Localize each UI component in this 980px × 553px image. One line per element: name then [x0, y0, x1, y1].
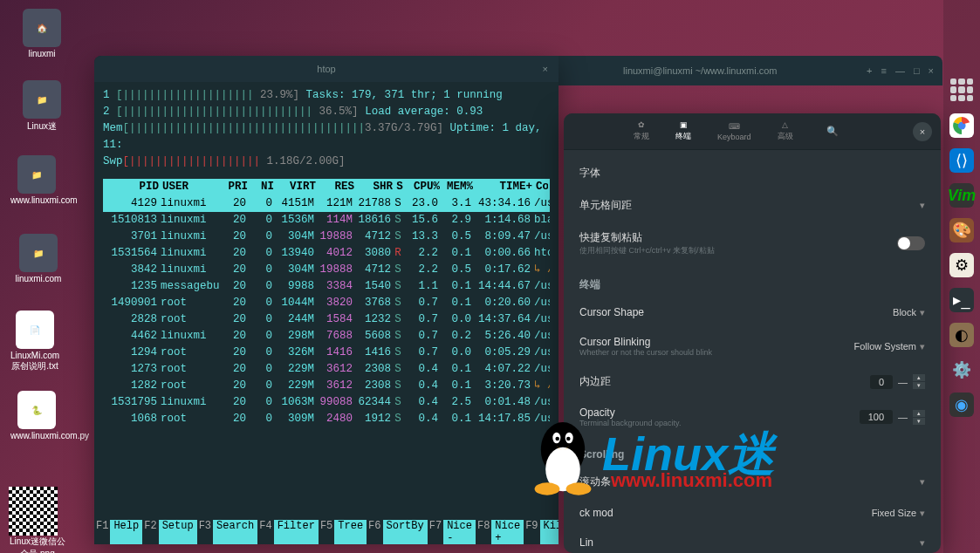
window-title: htop: [317, 64, 335, 74]
fn-help[interactable]: Help: [110, 520, 142, 544]
terminal-icon[interactable]: ▸_: [949, 288, 974, 312]
chrome-icon[interactable]: [949, 113, 974, 138]
desktop-icon-qr[interactable]: [9, 487, 58, 536]
close-button[interactable]: ×: [913, 122, 932, 141]
stepper[interactable]: 100—▴▾: [860, 410, 925, 425]
desktop-icon-home[interactable]: 🏠 linuxmi: [16, 9, 68, 58]
chevron-down-icon: ▾: [920, 341, 925, 352]
desktop-icon-folder[interactable]: 📁 www.linuxmi.com: [10, 155, 63, 205]
htop-footer[interactable]: F1HelpF2SetupF3SearchF4FilterF5TreeF6Sor…: [94, 520, 559, 544]
desktop-icon-py[interactable]: 🐍 www.linuxmi.com.py: [10, 391, 63, 440]
fn-setup[interactable]: Setup: [159, 520, 197, 544]
process-row[interactable]: 1282root200229M36122308S0.40.13:20.73↳ /…: [103, 378, 550, 394]
settings-panel[interactable]: ✿常规 ▣终端 ⌨Keyboard △高级 🔍 × 字体单元格间距 ▾快捷复制粘…: [564, 113, 941, 553]
gimp-icon[interactable]: 🎨: [949, 218, 974, 242]
settings-row[interactable]: Lin ▾: [579, 528, 925, 553]
keyboard-icon: ⌨: [729, 122, 740, 131]
icon-label: www.linuxmi.com.py: [10, 431, 63, 440]
settings-row[interactable]: Cursor ShapeBlock ▾: [579, 297, 925, 327]
settings-row[interactable]: 内边距0—▴▾: [579, 365, 925, 398]
chevron-down-icon: ▾: [920, 508, 925, 519]
dock: ⟨⟩ Vim 🎨 ⚙ ▸_ ◐ ⚙️ ◉: [943, 0, 980, 553]
minimize-button[interactable]: —: [895, 65, 905, 76]
chevron-down-icon: ▾: [920, 476, 925, 488]
terminal-window-htop[interactable]: htop × 1 [|||||||||||||||||||| 23.9%] Ta…: [94, 56, 559, 544]
vscode-icon[interactable]: ⟨⟩: [949, 148, 974, 173]
process-row[interactable]: 1490901root2001044M38203768S0.70.10:20.6…: [103, 295, 550, 311]
fn-search[interactable]: Search: [213, 520, 257, 544]
settings-section-header: 终端: [579, 277, 925, 292]
process-row[interactable]: 4462linuxmi200298M76885608S0.70.25:26.40…: [103, 328, 550, 345]
settings-tabs: ✿常规 ▣终端 ⌨Keyboard △高级 🔍 ×: [564, 113, 941, 150]
settings-row[interactable]: ck modFixed Size ▾: [579, 498, 925, 528]
icon-label: Linux迷: [16, 120, 68, 133]
folder-icon: 📁: [23, 80, 61, 119]
icon-label: linuxmi.com: [12, 274, 65, 283]
new-tab-button[interactable]: +: [867, 65, 872, 76]
desktop-icon-folder[interactable]: 📁 linuxmi.com: [12, 234, 65, 283]
tab-terminal[interactable]: ▣终端: [675, 120, 691, 142]
settings-section-header: Scrolling: [579, 448, 925, 461]
fn-sortby[interactable]: SortBy: [383, 520, 428, 544]
process-row[interactable]: 1273root200229M36122308S0.40.14:07.22/us…: [103, 361, 550, 378]
obs-icon[interactable]: ◉: [949, 393, 974, 417]
process-row[interactable]: 1531795linuxmi2001063M9908862344S0.42.50…: [103, 394, 550, 411]
chevron-down-icon: ▾: [920, 200, 925, 211]
settings-row[interactable]: Cursor BlinkingWhether or not the cursor…: [579, 327, 925, 365]
fn-filter[interactable]: Filter: [274, 520, 319, 544]
tweaks-icon[interactable]: ⚙: [949, 253, 974, 277]
tab-advanced[interactable]: △高级: [778, 120, 793, 142]
load-line: Load average: 0.93: [365, 106, 483, 118]
advanced-icon: △: [782, 120, 788, 129]
tasks-line: Tasks: 179, 371 thr; 1 running: [306, 89, 503, 101]
settings-icon[interactable]: ⚙️: [949, 358, 974, 382]
settings-row[interactable]: 滚动条 ▾: [579, 466, 925, 498]
vim-icon[interactable]: Vim: [949, 183, 974, 208]
gear-icon: ✿: [638, 120, 645, 129]
home-icon: 🏠: [23, 9, 61, 47]
maximize-button[interactable]: □: [914, 65, 920, 76]
toggle[interactable]: [897, 236, 925, 250]
close-button[interactable]: ×: [929, 65, 934, 76]
process-row[interactable]: 1294root200326M14161416S0.70.00:05.29/us…: [103, 345, 550, 361]
menu-button[interactable]: ≡: [881, 65, 886, 76]
settings-row[interactable]: 字体: [579, 157, 925, 189]
window-title: linuxmi@linuxmi ~/www.linuxmi.com: [623, 65, 778, 76]
folder-icon: 📁: [19, 234, 58, 272]
icon-label: linuxmi: [16, 49, 68, 58]
process-row[interactable]: 1510813linuxmi2001536M114M18616S15.62.91…: [103, 212, 550, 229]
search-icon[interactable]: 🔍: [826, 126, 839, 137]
tab-general[interactable]: ✿常规: [634, 120, 649, 142]
fn-tree[interactable]: Tree: [334, 520, 367, 544]
process-row[interactable]: 1068root200309M24801912S0.40.114:17.85/u…: [103, 411, 550, 427]
terminal-icon: ▣: [680, 120, 688, 129]
desktop-icon-txt[interactable]: 📄 LinuxMi.com原创说明.txt: [9, 311, 61, 372]
fn-kill[interactable]: Kill: [540, 520, 559, 544]
settings-row[interactable]: 快捷复制粘贴使用相同按键 Ctrl+c/ctrl+v 来复制/粘贴: [579, 222, 925, 265]
tab-keyboard[interactable]: ⌨Keyboard: [717, 122, 751, 141]
settings-row[interactable]: 单元格间距 ▾: [579, 189, 925, 222]
icon-label: LinuxMi.com原创说明.txt: [9, 351, 61, 372]
process-row[interactable]: 1235messagebu200998833841540S1.10.114:44…: [103, 278, 550, 295]
python-icon: 🐍: [17, 391, 56, 429]
process-row[interactable]: 2828root200244M15841232S0.70.014:37.64/u…: [103, 311, 550, 328]
icon-label: Linux迷微信公众号.png: [7, 536, 68, 553]
htop-output: 1 [|||||||||||||||||||| 23.9%] Tasks: 17…: [94, 82, 559, 433]
fn-nice +[interactable]: Nice +: [491, 520, 524, 544]
settings-row[interactable]: OpacityTerminal background opacity.100—▴…: [579, 398, 925, 436]
process-row[interactable]: 3701linuxmi200304M198884712S13.30.58:09.…: [103, 229, 550, 245]
process-row[interactable]: 1531564linuxmi2001394040123080R2.20.10:0…: [103, 245, 550, 262]
close-icon[interactable]: ×: [543, 64, 548, 74]
htop-header[interactable]: PID USER PRI NI VIRT RES SHR S CPU% MEM%…: [103, 179, 550, 195]
chevron-down-icon: ▾: [920, 537, 925, 549]
app-icon[interactable]: ◐: [949, 323, 974, 347]
txt-icon: 📄: [16, 311, 54, 349]
desktop-icon-folder[interactable]: 📁 Linux迷: [16, 80, 68, 133]
icon-label: www.linuxmi.com: [10, 195, 63, 205]
process-row[interactable]: 3842linuxmi200304M198884712S2.20.50:17.6…: [103, 262, 550, 278]
stepper[interactable]: 0—▴▾: [870, 374, 925, 389]
process-row[interactable]: 4129linuxmi2004151M121M21788S23.03.143:3…: [103, 195, 550, 212]
window-titlebar[interactable]: htop ×: [94, 56, 559, 82]
fn-nice -[interactable]: Nice -: [443, 520, 476, 544]
folder-icon: 📁: [17, 155, 56, 194]
